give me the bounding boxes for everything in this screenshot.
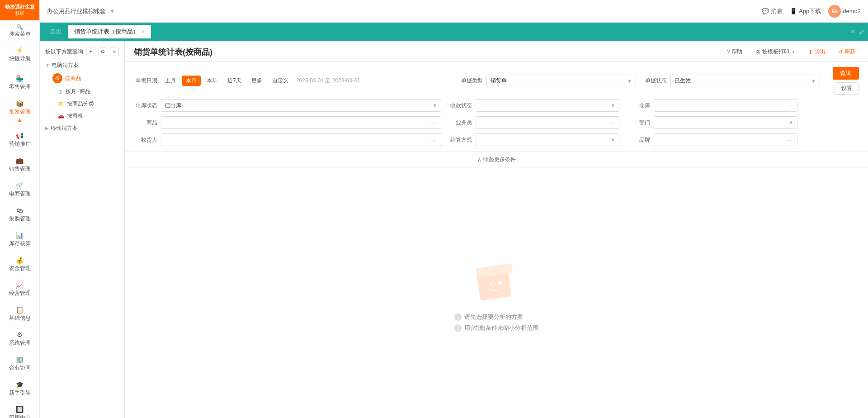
filter-receiver-select[interactable]: ··· (161, 133, 441, 146)
sidebar-item-retail[interactable]: 🏪 零售管理 (0, 71, 39, 95)
date-range-label: 2023-03-01 至 2023-03-31 (296, 77, 360, 85)
scheme-collapse-button[interactable]: « (110, 47, 119, 56)
date-tag-last-7[interactable]: 近7天 (223, 76, 245, 86)
tab-bar: 首页 销货单统计表（按商品） × × ⤢ (40, 23, 868, 41)
app-name: 畅捷通好生意 (5, 4, 35, 10)
sidebar-item-wholesale[interactable]: 📦 批发管理 ▲ (0, 95, 39, 128)
window-close-button[interactable]: × (851, 28, 855, 36)
scheme-cashier-icon: 🚗 (58, 113, 64, 119)
inventory-icon: 📊 (16, 232, 24, 239)
sidebar-item-enterprise[interactable]: 🏢 企业协同 (0, 352, 39, 376)
filter-doc-type-label: 单据类型 (459, 77, 483, 85)
wholesale-icon: 📦 (16, 100, 24, 107)
breadcrumb-dropdown-icon[interactable]: ▼ (109, 8, 115, 14)
filter-doc-status-label: 单据状态 (643, 77, 667, 85)
filter-salesperson: 业务员 ··· (448, 116, 619, 129)
window-expand-button[interactable]: ⤢ (859, 28, 864, 36)
collapse-button[interactable]: ∧ 收起更多条件 (472, 155, 521, 164)
filter-payment-status-select[interactable]: ▼ (476, 99, 619, 112)
finance-icon: 💰 (16, 256, 24, 264)
filter-warehouse-label: 仓库 (627, 102, 650, 109)
message-label: 消息 (771, 7, 783, 15)
user-profile-button[interactable]: Ea demo2 (828, 5, 861, 18)
scheme-month-icon: 🗓 (58, 89, 63, 95)
sidebar-item-quick-nav[interactable]: ⚡ 快捷导航 (0, 42, 39, 67)
date-tag-more[interactable]: 更多 (247, 76, 266, 86)
query-button[interactable]: 查询 (833, 67, 859, 80)
filter-warehouse-select[interactable]: ··· (654, 99, 797, 112)
product-dots-icon[interactable]: ··· (429, 119, 438, 126)
sidebar-item-system[interactable]: ⚙ 系统管理 (0, 327, 39, 352)
filter-brand-select[interactable]: ··· (654, 133, 797, 146)
help-button[interactable]: ? 帮助 (723, 46, 746, 57)
filter-payment-method-select[interactable]: ▼ (476, 133, 619, 146)
scheme-add-button[interactable]: + (86, 47, 95, 56)
scheme-category-pc[interactable]: ▼ 电脑端方案 (40, 60, 124, 71)
sidebar-item-basic[interactable]: 📋 基础信息 (0, 302, 39, 327)
export-button[interactable]: ⬆ 导出 (805, 46, 829, 57)
header-left: 办公用品行业模拟账套 ▼ (47, 7, 115, 15)
print-button[interactable]: 🖨 按模板打印 ▼ (751, 46, 799, 57)
scheme-item-by-cashier[interactable]: 🚗 按司机 (40, 110, 124, 122)
date-tag-custom[interactable]: 自定义 (268, 76, 292, 86)
purchase-icon: 🛍 (17, 207, 23, 214)
search-menu-button[interactable]: 🔍 搜索菜单 (0, 20, 39, 42)
settings-button[interactable]: 设置 (835, 82, 859, 95)
filter-doc-type-select[interactable]: 销货单 ▼ (486, 75, 636, 87)
app-download-button[interactable]: 📱 App下载 (790, 7, 821, 15)
print-icon: 🖨 (755, 49, 760, 55)
filter-warehouse-status-value: 已出库 (165, 102, 181, 109)
scheme-item-by-product[interactable]: 按 按商品 (40, 71, 124, 86)
salesperson-dots-icon[interactable]: ··· (606, 119, 615, 126)
tab-sales-stats[interactable]: 销货单统计表（按商品） × (68, 25, 151, 38)
filter-department-label: 部门 (627, 119, 650, 127)
empty-area: 1 请先选择要分析的方案 2 用[过滤]条件来缩小分析范围 (125, 167, 868, 418)
filter-department-select[interactable]: ▼ (654, 116, 797, 129)
brand-dots-icon[interactable]: ··· (784, 136, 793, 143)
scheme-item-by-category[interactable]: 📁 按商品分类 (40, 98, 124, 110)
warehouse-dots-icon[interactable]: ··· (784, 102, 793, 109)
tip-num-1: 1 (454, 314, 462, 321)
sidebar-item-purchase[interactable]: 🛍 采购管理 (0, 202, 39, 227)
sidebar-item-ecommerce[interactable]: 🛒 电商管理 (0, 177, 39, 202)
scheme-mobile-label: 移动端方案 (51, 124, 78, 132)
refresh-button[interactable]: ↺ 刷新 (835, 46, 859, 57)
export-label: 导出 (815, 48, 826, 56)
quick-nav-label: 快捷导航 (9, 55, 31, 62)
operations-icon: 📈 (16, 281, 24, 289)
scheme-item-by-month-product[interactable]: 🗓 按月+商品 (40, 86, 124, 98)
filter-doc-status-select[interactable]: 已生效 ▼ (670, 75, 820, 87)
filter-receiver-label: 收货人 (134, 136, 157, 144)
sidebar-item-sales[interactable]: 💼 销售管理 (0, 152, 39, 177)
date-tag-last-month[interactable]: 上月 (161, 76, 180, 86)
tip-num-2: 2 (454, 324, 462, 332)
message-button[interactable]: 💬 消息 (762, 7, 783, 15)
tab-home[interactable]: 首页 (43, 25, 68, 38)
date-tag-this-year[interactable]: 本年 (203, 76, 222, 86)
tab-home-label: 首页 (50, 28, 61, 36)
sidebar-item-marketing[interactable]: 📢 营销推广 (0, 128, 39, 152)
filter-salesperson-select[interactable]: ··· (476, 116, 619, 129)
filter-warehouse-status-select[interactable]: 已出库 ▼ (161, 99, 441, 112)
scheme-settings-button[interactable]: ⚙ (98, 47, 107, 56)
filter-product-select[interactable]: ··· (161, 116, 441, 129)
svg-point-3 (498, 280, 502, 285)
filter-department: 部门 ▼ (627, 116, 797, 129)
collapse-chevron-icon: ∧ (477, 157, 481, 163)
sidebar-item-operations[interactable]: 📈 经营管理 (0, 277, 39, 302)
sidebar-item-apps[interactable]: 🔲 应用中心 (0, 401, 39, 418)
scheme-category-mobile[interactable]: ▶ 移动端方案 (40, 122, 124, 134)
receiver-dots-icon[interactable]: ··· (429, 136, 438, 143)
doc-status-chevron-icon: ▼ (811, 78, 816, 84)
search-menu-label: 搜索菜单 (3, 30, 37, 38)
tab-close-icon[interactable]: × (142, 28, 145, 35)
sidebar-item-guide[interactable]: 🎓 新手引导 (0, 376, 39, 401)
date-tag-this-month[interactable]: 本月 (182, 76, 201, 86)
basic-icon: 📋 (16, 306, 24, 314)
sales-icon: 💼 (16, 157, 24, 164)
filter-row-1: 单据日期 上月 本月 本年 近7天 更多 自定义 2023-03-01 至 20… (134, 67, 859, 95)
date-filter: 上月 本月 本年 近7天 更多 自定义 2023-03-01 至 2023-03… (161, 76, 360, 86)
collapse-label: 收起更多条件 (483, 156, 516, 163)
sidebar-item-finance[interactable]: 💰 资金管理 (0, 252, 39, 277)
sidebar-item-inventory[interactable]: 📊 库存核算 (0, 227, 39, 252)
